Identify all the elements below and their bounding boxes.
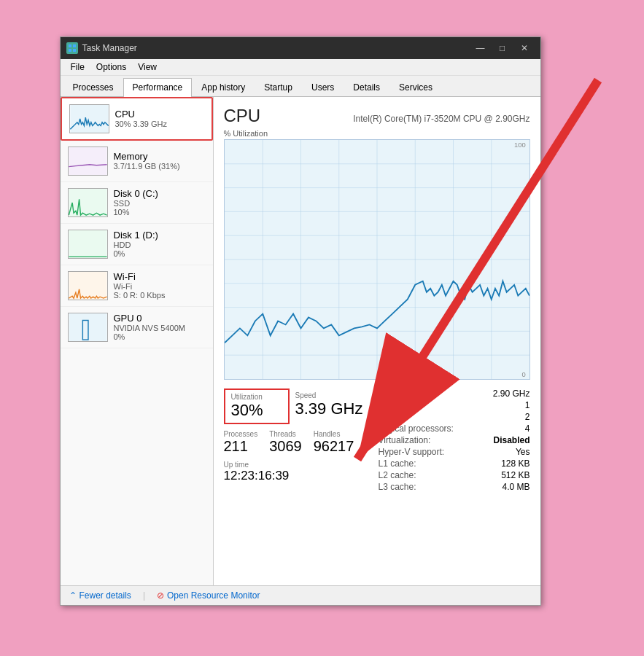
gpu-sidebar-info: GPU 0 NVIDIA NVS 5400M 0% xyxy=(114,313,185,341)
window-controls: — □ ✕ xyxy=(470,41,535,55)
gpu-mini-graph xyxy=(68,313,108,342)
wifi-speed: S: 0 R: 0 Kbps xyxy=(114,291,166,300)
cpu-model: Intel(R) Core(TM) i7-3520M CPU @ 2.90GHz xyxy=(353,114,529,124)
bottom-bar: ⌃ Fewer details | ⊘ Open Resource Monito… xyxy=(61,585,540,605)
gpu-name: GPU 0 xyxy=(114,313,185,324)
uptime-label: Up time xyxy=(224,461,370,469)
cores-label: Cores: xyxy=(379,412,468,422)
tab-bar: Processes Performance App history Startu… xyxy=(61,76,540,97)
cpu-chart: 100 0 xyxy=(224,139,530,380)
tab-performance[interactable]: Performance xyxy=(123,78,193,97)
sidebar-item-gpu[interactable]: GPU 0 NVIDIA NVS 5400M 0% xyxy=(61,307,213,348)
tab-users[interactable]: Users xyxy=(302,78,344,96)
wifi-sidebar-info: Wi-Fi Wi-Fi S: 0 R: 0 Kbps xyxy=(114,271,166,300)
menu-view[interactable]: View xyxy=(133,60,161,74)
processes-label: Processes xyxy=(224,430,258,438)
sidebar-item-memory[interactable]: Memory 3.7/11.9 GB (31%) xyxy=(61,141,213,182)
content-area: CPU 30% 3.39 GHz Memory 3.7/11.9 GB (31%… xyxy=(61,97,540,585)
disk0-name: Disk 0 (C:) xyxy=(114,188,158,199)
util-value: 30% xyxy=(231,401,282,420)
threads-value: 3069 xyxy=(269,438,302,455)
sidebar-item-disk1[interactable]: Disk 1 (D:) HDD 0% xyxy=(61,224,213,265)
memory-sidebar-info: Memory 3.7/11.9 GB (31%) xyxy=(114,151,180,171)
cpu-mini-graph xyxy=(69,104,109,133)
sidebar-item-disk0[interactable]: Disk 0 (C:) SSD 10% xyxy=(61,182,213,224)
tab-services[interactable]: Services xyxy=(389,78,442,96)
cores-value: 2 xyxy=(479,412,530,422)
svg-rect-5 xyxy=(69,49,71,52)
base-speed-value: 2.90 GHz xyxy=(479,388,530,399)
menu-options[interactable]: Options xyxy=(92,60,131,74)
svg-rect-3 xyxy=(69,44,71,47)
svg-text:0: 0 xyxy=(521,371,525,378)
memory-mini-graph xyxy=(68,147,108,176)
uptime-value: 12:23:16:39 xyxy=(224,469,370,483)
chart-util-label: % Utilization xyxy=(224,129,530,138)
maximize-button[interactable]: □ xyxy=(492,41,513,55)
processes-box: Processes 211 xyxy=(224,430,258,455)
l3-value: 4.0 MB xyxy=(479,482,530,492)
disk0-util: 10% xyxy=(114,208,158,216)
cpu-header: CPU Intel(R) Core(TM) i7-3520M CPU @ 2.9… xyxy=(224,106,530,126)
l2-value: 512 KB xyxy=(479,470,530,480)
app-icon xyxy=(66,42,78,54)
tab-app-history[interactable]: App history xyxy=(192,78,255,96)
tab-startup[interactable]: Startup xyxy=(255,78,302,96)
fewer-details-button[interactable]: ⌃ Fewer details xyxy=(69,590,131,601)
svg-text:100: 100 xyxy=(514,141,526,149)
window-title: Task Manager xyxy=(82,43,470,53)
disk1-type: HDD xyxy=(114,241,158,249)
speed-box: Speed 3.39 GHz xyxy=(295,388,363,424)
sockets-label: Sockets: xyxy=(379,400,468,410)
virt-value: Disabled xyxy=(479,435,530,445)
speed-value: 3.39 GHz xyxy=(295,399,363,418)
disk1-mini-graph xyxy=(68,230,108,259)
stats-row: Utilization 30% Speed 3.39 GHz Processes xyxy=(224,388,530,492)
disk1-util: 0% xyxy=(114,249,158,258)
handles-label: Handles xyxy=(314,430,354,438)
processes-value: 211 xyxy=(224,438,258,455)
wifi-mini-graph xyxy=(68,271,108,300)
open-resource-monitor-button[interactable]: ⊘ Open Resource Monitor xyxy=(157,590,260,601)
cpu-title: CPU xyxy=(224,106,261,126)
sidebar: CPU 30% 3.39 GHz Memory 3.7/11.9 GB (31%… xyxy=(61,97,214,585)
svg-rect-10 xyxy=(69,230,106,258)
threads-box: Threads 3069 xyxy=(269,430,302,455)
cpu-detail: 30% 3.39 GHz xyxy=(115,120,168,128)
svg-rect-7 xyxy=(70,105,108,133)
speed-label: Speed xyxy=(295,391,363,399)
main-panel: CPU Intel(R) Core(TM) i7-3520M CPU @ 2.9… xyxy=(214,97,540,585)
disk0-sidebar-info: Disk 0 (C:) SSD 10% xyxy=(114,188,158,216)
tab-processes[interactable]: Processes xyxy=(63,78,123,96)
sidebar-item-cpu[interactable]: CPU 30% 3.39 GHz xyxy=(61,97,213,141)
cpu-sidebar-info: CPU 30% 3.39 GHz xyxy=(115,109,168,128)
gpu-model: NVIDIA NVS 5400M xyxy=(114,324,185,332)
minimize-button[interactable]: — xyxy=(470,41,491,55)
sidebar-item-wifi[interactable]: Wi-Fi Wi-Fi S: 0 R: 0 Kbps xyxy=(61,265,213,307)
logical-label: Logical processors: xyxy=(379,423,468,434)
logical-value: 4 xyxy=(479,423,530,434)
cpu-name: CPU xyxy=(115,109,168,120)
svg-rect-4 xyxy=(73,44,76,47)
hyperv-value: Yes xyxy=(479,447,530,457)
separator: | xyxy=(143,590,145,601)
svg-rect-8 xyxy=(69,147,106,175)
disk1-sidebar-info: Disk 1 (D:) HDD 0% xyxy=(114,230,158,258)
handles-box: Handles 96217 xyxy=(314,430,354,455)
menu-file[interactable]: File xyxy=(66,60,89,74)
l2-label: L2 cache: xyxy=(379,470,468,480)
l1-value: 128 KB xyxy=(479,458,530,469)
wifi-name: Wi-Fi xyxy=(114,271,166,282)
tab-details[interactable]: Details xyxy=(344,78,389,96)
memory-detail: 3.7/11.9 GB (31%) xyxy=(114,162,180,171)
monitor-icon: ⊘ xyxy=(157,590,164,601)
title-bar: Task Manager — □ ✕ xyxy=(61,37,540,59)
virt-label: Virtualization: xyxy=(379,435,468,445)
l1-label: L1 cache: xyxy=(379,458,468,469)
open-monitor-label: Open Resource Monitor xyxy=(167,590,260,601)
base-speed-label: Base speed: xyxy=(379,388,468,399)
chevron-up-icon: ⌃ xyxy=(69,590,77,601)
hyperv-label: Hyper-V support: xyxy=(379,447,468,457)
close-button[interactable]: ✕ xyxy=(514,41,535,55)
fewer-details-label: Fewer details xyxy=(79,590,131,601)
